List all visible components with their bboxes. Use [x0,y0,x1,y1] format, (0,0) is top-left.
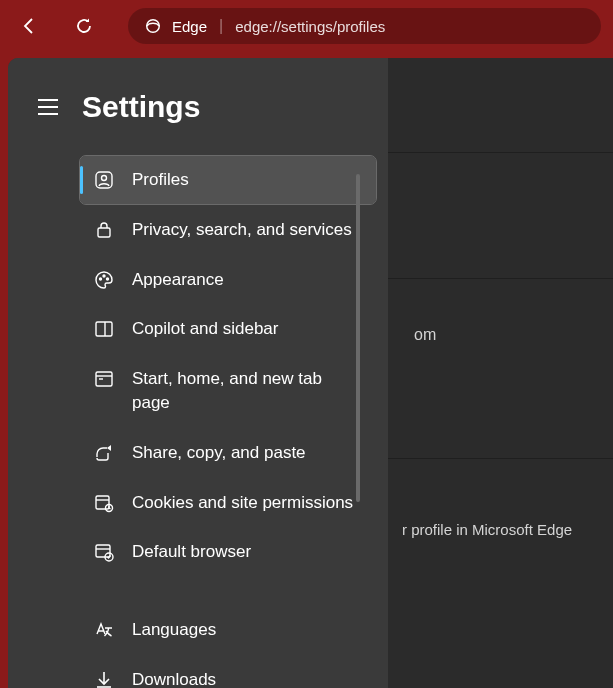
panel-text-snippet: r profile in Microsoft Edge [402,521,572,538]
sidebar-item-label: Downloads [132,668,216,688]
browser-icon [94,542,114,562]
sidebar-item-label: Share, copy, and paste [132,441,306,465]
sidebar-item-label: Privacy, search, and services [132,218,352,242]
svg-point-0 [147,20,160,33]
address-bar[interactable]: Edge | edge://settings/profiles [128,8,601,44]
sidebar-item-label: Languages [132,618,216,642]
sidebar-item-label: Start, home, and new tab page [132,367,362,415]
nav-separator [80,578,376,606]
svg-rect-6 [98,228,110,237]
panel-divider [388,458,613,459]
sidebar-item-appearance[interactable]: Appearance [80,256,376,304]
share-icon [94,443,114,463]
sidebar-item-cookies[interactable]: Cookies and site permissions [80,479,376,527]
sidebar-scrollbar[interactable] [356,174,360,502]
svg-rect-10 [96,322,112,336]
profile-icon [94,170,114,190]
sidebar-item-privacy[interactable]: Privacy, search, and services [80,206,376,254]
sidebar-item-copilot[interactable]: Copilot and sidebar [80,305,376,353]
sidebar-item-label: Appearance [132,268,224,292]
lock-icon [94,220,114,240]
address-divider: | [219,17,223,35]
svg-point-8 [103,275,105,277]
sidebar-item-label: Profiles [132,168,189,192]
content-area: Settings Profiles [8,58,613,688]
window-icon [94,369,114,389]
sidebar-item-default-browser[interactable]: Default browser [80,528,376,576]
sidebar-item-downloads[interactable]: Downloads [80,656,376,688]
sidebar-header: Settings [8,82,388,156]
refresh-button[interactable] [66,8,102,44]
sidebar-item-profiles[interactable]: Profiles [80,156,376,204]
panel-text-snippet: om [414,326,436,344]
sidebar-item-share[interactable]: Share, copy, and paste [80,429,376,477]
language-icon [94,620,114,640]
hamburger-icon [37,98,59,116]
sidebar-item-languages[interactable]: Languages [80,606,376,654]
sidebar-item-label: Default browser [132,540,251,564]
svg-rect-15 [96,496,109,509]
refresh-icon [74,16,94,36]
page-title: Settings [82,90,200,124]
svg-point-7 [100,278,102,280]
settings-main-panel: om r profile in Microsoft Edge [388,58,613,688]
panel-divider [388,278,613,279]
svg-point-9 [107,278,109,280]
svg-rect-18 [96,545,110,557]
settings-nav-list: Profiles Privacy, search, and services [8,156,388,688]
edge-label: Edge [172,18,207,35]
sidebar-icon [94,319,114,339]
sidebar-item-label: Copilot and sidebar [132,317,278,341]
sidebar-item-label: Cookies and site permissions [132,491,353,515]
svg-point-5 [102,176,107,181]
palette-icon [94,270,114,290]
address-url: edge://settings/profiles [235,18,385,35]
sidebar-item-start-home[interactable]: Start, home, and new tab page [80,355,376,427]
back-button[interactable] [12,8,48,44]
download-icon [94,670,114,688]
cookies-icon [94,493,114,513]
browser-toolbar: Edge | edge://settings/profiles [0,0,613,52]
edge-logo-icon [144,17,162,35]
back-icon [20,16,40,36]
panel-divider [388,152,613,153]
hamburger-button[interactable] [32,91,64,123]
settings-sidebar: Settings Profiles [8,58,388,688]
svg-rect-12 [96,372,112,386]
